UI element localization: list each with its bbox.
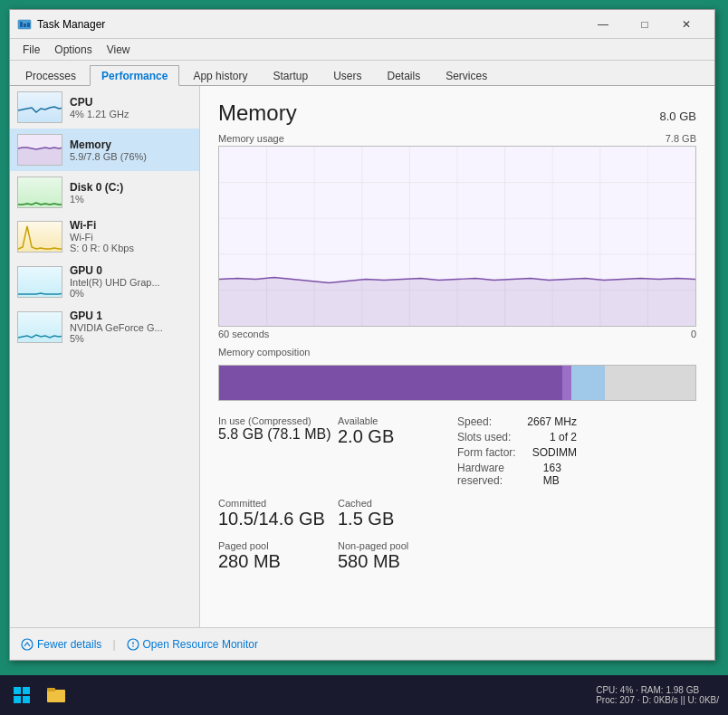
- memory-total: 8.0 GB: [660, 110, 696, 123]
- stat-nonpaged: Non-paged pool 580 MB: [338, 540, 457, 572]
- wifi-info: Wi-Fi Wi-FiS: 0 R: 0 Kbps: [70, 219, 134, 253]
- committed-value: 10.5/14.6 GB: [218, 509, 338, 529]
- stat-cached: Cached 1.5 GB: [338, 498, 457, 529]
- svg-point-24: [132, 645, 134, 647]
- stat-available: Available 2.0 GB: [338, 415, 457, 487]
- cpu-label: CPU: [70, 96, 129, 109]
- footer: Fewer details | Open Resource Monitor: [10, 627, 714, 660]
- sidebar-item-gpu1[interactable]: GPU 1 NVIDIA GeForce G... 5%: [10, 304, 199, 349]
- gpu1-label: GPU 1: [70, 310, 163, 322]
- wifi-label: Wi-Fi: [70, 219, 134, 232]
- maximize-button[interactable]: □: [624, 10, 666, 39]
- title-bar: Task Manager — □ ✕: [10, 10, 714, 39]
- memory-usage-chart: [218, 146, 696, 327]
- task-manager-window: Task Manager — □ ✕ File Options View Pro…: [9, 9, 715, 661]
- svg-rect-25: [14, 687, 21, 694]
- comp-in-use: [219, 366, 562, 400]
- speed-value: 2667 MHz: [527, 415, 577, 428]
- reserved-label: Hardware reserved:: [457, 462, 543, 487]
- footer-separator: |: [112, 638, 115, 651]
- sidebar-item-gpu0[interactable]: GPU 0 Intel(R) UHD Grap... 0%: [10, 259, 199, 304]
- app-icon: [17, 17, 32, 32]
- svg-rect-29: [47, 690, 65, 702]
- memory-info: Memory 5.9/7.8 GB (76%): [70, 138, 147, 162]
- available-value: 2.0 GB: [338, 426, 457, 447]
- composition-chart: [218, 365, 696, 401]
- sidebar-item-memory[interactable]: Memory 5.9/7.8 GB (76%): [10, 129, 199, 171]
- gpu0-label: GPU 0: [70, 264, 160, 277]
- form-value: SODIMM: [532, 446, 577, 459]
- paged-label: Paged pool: [218, 540, 338, 551]
- stat-committed: Committed 10.5/14.6 GB: [218, 498, 338, 529]
- tab-details[interactable]: Details: [375, 65, 432, 85]
- open-resource-monitor-link[interactable]: Open Resource Monitor: [127, 638, 258, 651]
- svg-rect-26: [23, 687, 30, 694]
- chart-time-labels: 60 seconds 0: [218, 329, 696, 339]
- disk-label: Disk 0 (C:): [70, 181, 123, 194]
- start-button[interactable]: [7, 681, 36, 710]
- tab-bar: Processes Performance App history Startu…: [10, 61, 714, 86]
- in-use-value: 5.8 GB (78.1 MB): [218, 426, 338, 443]
- sidebar-item-wifi[interactable]: Wi-Fi Wi-FiS: 0 R: 0 Kbps: [10, 214, 199, 259]
- memory-label: Memory: [70, 138, 147, 151]
- taskbar-right: CPU: 4% · RAM: 1.98 GB Proc: 207 · D: 0K…: [587, 682, 728, 709]
- chevron-up-icon: [21, 638, 34, 651]
- paged-value: 280 MB: [218, 551, 338, 572]
- nonpaged-value: 580 MB: [338, 551, 457, 572]
- resource-monitor-icon: [127, 638, 139, 651]
- svg-point-21: [22, 639, 33, 650]
- chart-time-left: 60 seconds: [218, 329, 269, 339]
- gpu1-thumbnail: [17, 311, 62, 343]
- nonpaged-label: Non-paged pool: [338, 540, 457, 551]
- main-panel: Memory 8.0 GB Memory usage 7.8 GB: [200, 86, 714, 627]
- chart-time-right: 0: [691, 329, 696, 339]
- taskbar-file-manager[interactable]: [42, 681, 71, 710]
- comp-modified: [562, 366, 572, 400]
- empty-col: [577, 415, 696, 487]
- open-resource-label: Open Resource Monitor: [143, 638, 258, 651]
- cpu-info: CPU 4% 1.21 GHz: [70, 96, 129, 119]
- gpu0-pct: 0%: [70, 288, 160, 299]
- stats-section: In use (Compressed) 5.8 GB (78.1 MB) Ava…: [218, 415, 696, 572]
- spec-speed: Speed: 2667 MHz Slots used: 1 of 2 Form …: [457, 415, 577, 487]
- window-controls: — □ ✕: [582, 10, 707, 39]
- svg-rect-1: [20, 22, 23, 27]
- sidebar-item-disk0[interactable]: Disk 0 (C:) 1%: [10, 171, 199, 214]
- taskbar-stats: CPU: 4% · RAM: 1.98 GB Proc: 207 · D: 0K…: [596, 685, 719, 705]
- sidebar-item-cpu[interactable]: CPU 4% 1.21 GHz: [10, 86, 199, 129]
- tab-app-history[interactable]: App history: [181, 65, 259, 85]
- memory-sublabel: 5.9/7.8 GB (76%): [70, 151, 147, 162]
- wifi-sublabel: Wi-FiS: 0 R: 0 Kbps: [70, 232, 134, 253]
- fewer-details-label: Fewer details: [37, 638, 101, 651]
- disk-thumbnail: [17, 176, 62, 208]
- tab-processes[interactable]: Processes: [14, 65, 88, 85]
- content-area: CPU 4% 1.21 GHz Memory 5.9/7.8 GB (76%): [10, 86, 714, 627]
- gpu1-info: GPU 1 NVIDIA GeForce G... 5%: [70, 310, 163, 344]
- tab-services[interactable]: Services: [434, 65, 499, 85]
- disk-sublabel: 1%: [70, 194, 123, 205]
- disk-info: Disk 0 (C:) 1%: [70, 181, 123, 205]
- menu-options[interactable]: Options: [47, 42, 99, 58]
- minimize-button[interactable]: —: [582, 10, 624, 39]
- gpu0-info: GPU 0 Intel(R) UHD Grap... 0%: [70, 264, 160, 299]
- svg-rect-30: [47, 688, 55, 691]
- svg-rect-28: [23, 696, 30, 703]
- available-label: Available: [338, 415, 457, 426]
- slots-label: Slots used:: [457, 431, 511, 443]
- cached-label: Cached: [338, 498, 457, 509]
- form-label: Form factor:: [457, 446, 516, 459]
- menu-view[interactable]: View: [100, 42, 138, 58]
- slots-value: 1 of 2: [550, 431, 577, 443]
- fewer-details-link[interactable]: Fewer details: [21, 638, 101, 651]
- gpu1-pct: 5%: [70, 333, 163, 344]
- reserved-value: 163 MB: [543, 462, 577, 487]
- cpu-sublabel: 4% 1.21 GHz: [70, 109, 129, 119]
- tab-users[interactable]: Users: [321, 65, 373, 85]
- composition-container: Memory composition: [218, 347, 696, 401]
- close-button[interactable]: ✕: [666, 10, 707, 39]
- tab-startup[interactable]: Startup: [261, 65, 320, 85]
- svg-marker-5: [18, 148, 62, 166]
- tab-performance[interactable]: Performance: [90, 65, 179, 86]
- menu-file[interactable]: File: [15, 42, 47, 58]
- gpu0-sublabel: Intel(R) UHD Grap...: [70, 277, 160, 288]
